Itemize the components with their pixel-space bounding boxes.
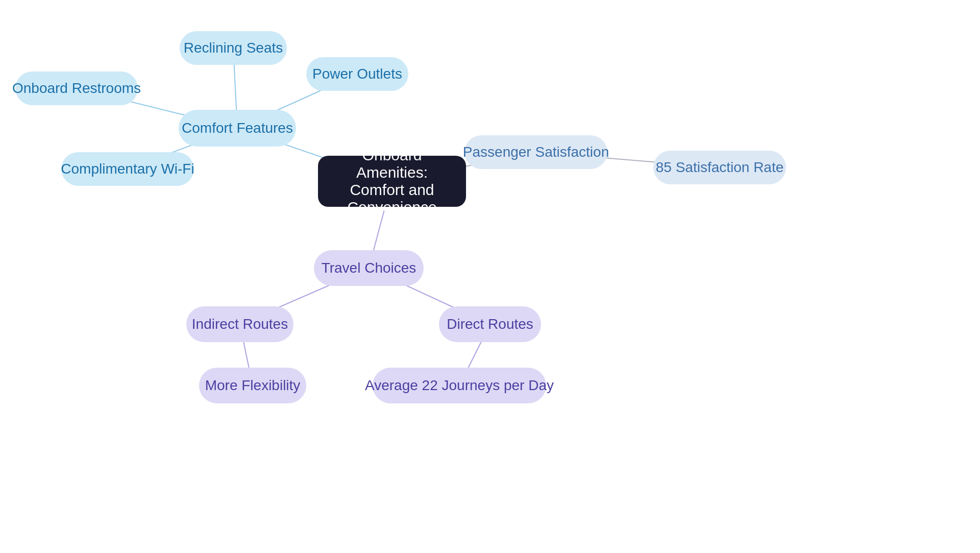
more-flexibility-node: More Flexibility: [199, 368, 306, 403]
comfort-features-label: Comfort Features: [182, 120, 293, 136]
indirect-routes-label: Indirect Routes: [192, 316, 288, 332]
indirect-routes-node: Indirect Routes: [186, 306, 293, 342]
center-label: Onboard Amenities: Comfort and Convenien…: [334, 147, 450, 216]
complimentary-wifi-label: Complimentary Wi-Fi: [61, 161, 194, 177]
travel-choices-label: Travel Choices: [322, 260, 416, 276]
passenger-satisfaction-node: Passenger Satisfaction: [464, 135, 607, 169]
more-flexibility-label: More Flexibility: [205, 377, 301, 394]
complimentary-wifi-node: Complimentary Wi-Fi: [61, 152, 194, 186]
power-outlets-label: Power Outlets: [312, 66, 402, 82]
onboard-restrooms-node: Onboard Restrooms: [15, 71, 138, 105]
satisfaction-rate-label: 85 Satisfaction Rate: [656, 159, 784, 176]
direct-routes-label: Direct Routes: [447, 316, 533, 332]
reclining-seats-label: Reclining Seats: [184, 40, 283, 56]
reclining-seats-node: Reclining Seats: [180, 31, 287, 65]
passenger-satisfaction-label: Passenger Satisfaction: [463, 144, 609, 160]
avg-journeys-label: Average 22 Journeys per Day: [365, 377, 554, 394]
comfort-features-node: Comfort Features: [179, 110, 296, 147]
direct-routes-node: Direct Routes: [439, 306, 541, 342]
power-outlets-node: Power Outlets: [306, 57, 408, 91]
satisfaction-rate-node: 85 Satisfaction Rate: [653, 151, 786, 184]
travel-choices-node: Travel Choices: [314, 250, 424, 286]
avg-journeys-node: Average 22 Journeys per Day: [373, 368, 546, 403]
center-node: Onboard Amenities: Comfort and Convenien…: [318, 156, 466, 207]
onboard-restrooms-label: Onboard Restrooms: [12, 80, 141, 97]
